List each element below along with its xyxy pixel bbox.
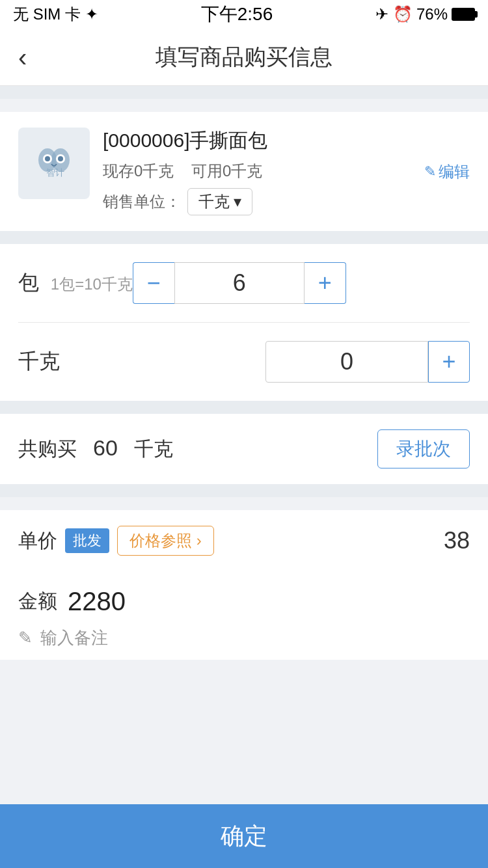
status-right: ✈ ⏰ 76% — [375, 5, 475, 23]
product-thumbnail: 智计 — [18, 128, 90, 199]
product-name: [0000006]手撕面包 — [103, 128, 470, 154]
status-bar: 无 SIM 卡 ✦ 下午2:56 ✈ ⏰ 76% — [0, 0, 488, 29]
section-divider-1 — [0, 231, 488, 244]
remark-row[interactable]: ✎ 输入备注 — [18, 627, 470, 649]
section-divider-3 — [0, 484, 488, 497]
pencil-icon: ✎ — [18, 628, 33, 648]
amount-value: 2280 — [68, 587, 126, 616]
status-left: 无 SIM 卡 ✦ — [13, 4, 98, 25]
package-row: 包 1包=10千克 − + — [18, 244, 470, 323]
price-label: 单价 — [18, 528, 57, 554]
price-row: 单价 批发 价格参照 › 38 — [18, 526, 470, 556]
package-increment-button[interactable]: + — [305, 262, 346, 304]
section-divider-top — [0, 86, 488, 99]
stock-label: 现存0千克 — [103, 162, 174, 180]
nav-bar: ‹ 填写商品购买信息 — [0, 29, 488, 86]
status-time: 下午2:56 — [201, 2, 273, 27]
total-unit: 千克 — [134, 438, 173, 459]
amount-section: 金额 2280 ✎ 输入备注 — [0, 571, 488, 660]
svg-text:智计: 智计 — [46, 167, 64, 178]
available-label: 可用0千克 — [191, 162, 262, 180]
dropdown-icon: ▾ — [234, 193, 241, 211]
batch-button[interactable]: 录批次 — [377, 429, 470, 468]
unit-label: 销售单位： — [103, 191, 181, 212]
price-label-group: 单价 批发 价格参照 › — [18, 526, 214, 556]
kg-input[interactable] — [265, 341, 428, 383]
price-tag: 批发 — [65, 528, 109, 553]
price-value: 38 — [444, 527, 470, 554]
product-logo: 智计 — [33, 142, 75, 185]
package-label: 包 — [18, 271, 39, 294]
product-unit-row: 销售单位： 千克 ▾ — [103, 188, 470, 215]
back-button[interactable]: ‹ — [18, 44, 27, 70]
total-row: 共购买 60 千克 录批次 — [0, 414, 488, 484]
kg-increment-button[interactable]: + — [428, 341, 470, 383]
kg-label: 千克 — [18, 347, 265, 376]
package-input[interactable] — [174, 262, 305, 304]
product-card: 智计 [0000006]手撕面包 现存0千克 可用0千克 销售单位： 千克 ▾ … — [0, 112, 488, 231]
unit-select[interactable]: 千克 ▾ — [187, 188, 252, 215]
total-text: 共购买 60 千克 — [18, 435, 173, 463]
nav-icons: ✈ ⏰ — [375, 5, 413, 23]
total-value: 60 — [93, 435, 118, 460]
edit-button[interactable]: ✎ 编辑 — [424, 161, 470, 182]
battery-percent: 76% — [416, 5, 448, 23]
product-stock: 现存0千克 可用0千克 — [103, 161, 470, 182]
package-label-group: 包 1包=10千克 — [18, 269, 133, 297]
page-title: 填写商品购买信息 — [156, 42, 332, 72]
kg-stepper: + — [265, 341, 470, 383]
amount-label: 金额 — [18, 588, 57, 615]
product-info: [0000006]手撕面包 现存0千克 可用0千克 销售单位： 千克 ▾ — [103, 128, 470, 215]
price-ref-button[interactable]: 价格参照 › — [117, 526, 214, 556]
package-stepper: − + — [133, 262, 346, 304]
section-divider-2 — [0, 401, 488, 414]
sim-label: 无 SIM 卡 ✦ — [13, 4, 98, 25]
package-hint: 1包=10千克 — [51, 275, 133, 293]
unit-value: 千克 — [198, 191, 230, 212]
kg-row: 千克 + — [18, 323, 470, 401]
battery-icon — [452, 8, 475, 21]
package-decrement-button[interactable]: − — [133, 262, 174, 304]
svg-point-4 — [45, 156, 50, 161]
edit-label: 编辑 — [439, 161, 470, 182]
confirm-button[interactable]: 确定 — [0, 804, 488, 868]
amount-row: 金额 2280 — [18, 587, 470, 616]
quantity-section: 包 1包=10千克 − + 千克 + — [0, 244, 488, 401]
svg-point-5 — [58, 156, 63, 161]
remark-placeholder: 输入备注 — [40, 627, 108, 649]
edit-icon: ✎ — [424, 163, 436, 180]
price-section: 单价 批发 价格参照 › 38 — [0, 510, 488, 571]
